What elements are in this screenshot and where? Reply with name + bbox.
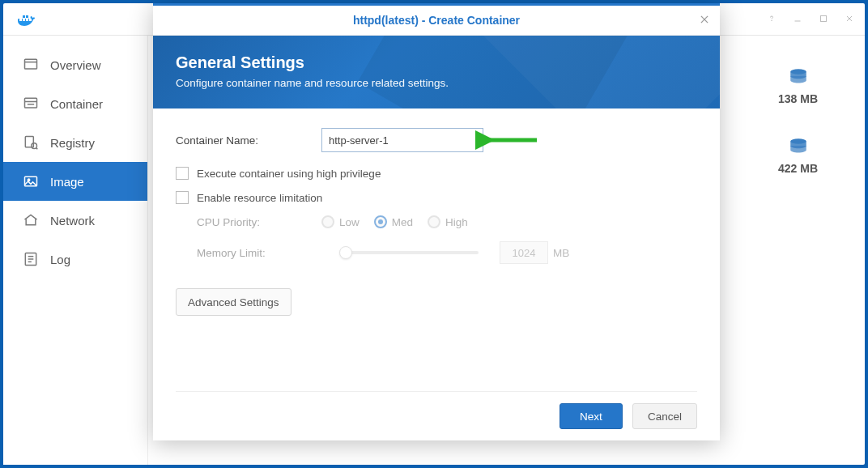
cpu-priority-label: CPU Priority: (197, 216, 321, 228)
resource-limit-label: Enable resource limitation (197, 192, 322, 204)
modal-header-subtitle: Configure container name and resource re… (176, 77, 697, 89)
network-icon (23, 212, 39, 228)
modal-header-title: General Settings (176, 53, 697, 72)
memory-unit: MB (553, 247, 569, 259)
sidebar-item-overview[interactable]: Overview (3, 45, 147, 84)
cpu-high-radio[interactable] (428, 215, 440, 228)
docker-icon (16, 10, 36, 29)
sidebar-item-label: Log (50, 253, 70, 266)
modal-titlebar: httpd(latest) - Create Container (153, 3, 720, 36)
app-window: Docker Overview Container Registry (3, 3, 865, 465)
cpu-priority-group: Low Med High (321, 215, 468, 228)
memory-limit-label: Memory Limit: (197, 247, 321, 259)
advanced-settings-button[interactable]: Advanced Settings (176, 288, 291, 316)
high-privilege-label: Execute container using high privilege (197, 168, 381, 180)
close-button[interactable] (840, 10, 858, 28)
database-icon (788, 68, 809, 86)
container-name-label: Container Name: (176, 134, 321, 147)
stat-item: 138 MB (778, 68, 818, 105)
resource-limit-row: Enable resource limitation (176, 191, 697, 204)
container-name-row: Container Name: (176, 128, 697, 152)
svg-point-11 (32, 143, 37, 149)
annotation-arrow (475, 130, 540, 151)
cpu-high-label: High (445, 216, 468, 228)
sidebar-item-registry[interactable]: Registry (3, 123, 147, 162)
create-container-modal: httpd(latest) - Create Container General… (153, 3, 720, 440)
sidebar-item-label: Registry (50, 136, 95, 150)
svg-rect-10 (25, 137, 33, 147)
sidebar-item-label: Container (50, 97, 103, 111)
memory-limit-row: Memory Limit: MB (197, 241, 697, 264)
stat-value: 422 MB (778, 162, 818, 175)
sidebar-item-network[interactable]: Network (3, 201, 147, 240)
svg-point-0 (772, 20, 772, 21)
container-icon (23, 96, 39, 112)
cancel-button[interactable]: Cancel (632, 403, 697, 429)
cpu-priority-row: CPU Priority: Low Med High (197, 215, 697, 228)
high-privilege-checkbox[interactable] (176, 167, 189, 180)
database-icon (788, 138, 809, 155)
stat-item: 422 MB (778, 138, 818, 175)
next-button[interactable]: Next (560, 403, 623, 429)
sidebar-item-label: Network (50, 214, 95, 228)
resource-limit-checkbox[interactable] (176, 191, 189, 204)
minimize-button[interactable] (789, 10, 806, 28)
memory-slider[interactable] (341, 251, 479, 254)
modal-header: General Settings Configure container nam… (153, 36, 720, 108)
right-stats-panel: 138 MB 422 MB (731, 36, 865, 175)
sidebar-item-container[interactable]: Container (3, 84, 147, 123)
svg-rect-2 (821, 16, 827, 22)
cpu-low-label: Low (339, 216, 360, 228)
sidebar-item-label: Overview (50, 58, 101, 72)
sidebar: Overview Container Registry Image Networ… (3, 36, 147, 465)
log-icon (23, 251, 39, 267)
sidebar-item-image[interactable]: Image (3, 162, 147, 201)
high-privilege-row: Execute container using high privilege (176, 167, 697, 180)
svg-rect-5 (25, 59, 37, 69)
svg-rect-7 (25, 98, 37, 108)
window-controls (763, 10, 858, 28)
help-button[interactable] (763, 10, 781, 28)
memory-value-input (500, 241, 548, 264)
registry-icon (23, 134, 39, 151)
modal-title: httpd(latest) - Create Container (353, 14, 520, 27)
svg-line-12 (36, 148, 38, 150)
image-icon (23, 173, 39, 189)
cpu-med-label: Med (392, 216, 413, 228)
overview-icon (23, 57, 39, 73)
modal-footer: Next Cancel (176, 391, 697, 440)
cpu-med-radio[interactable] (374, 215, 387, 228)
sidebar-item-label: Image (50, 175, 84, 189)
cpu-low-radio[interactable] (321, 215, 334, 228)
modal-close-button[interactable] (699, 14, 710, 28)
modal-body: Container Name: Execute container using … (153, 108, 720, 391)
stat-value: 138 MB (778, 92, 818, 105)
memory-slider-handle[interactable] (339, 246, 352, 259)
sidebar-item-log[interactable]: Log (3, 240, 147, 279)
container-name-input[interactable] (321, 128, 483, 152)
resource-limit-sub: CPU Priority: Low Med High Memory Limit:… (197, 215, 697, 264)
maximize-button[interactable] (815, 10, 832, 28)
